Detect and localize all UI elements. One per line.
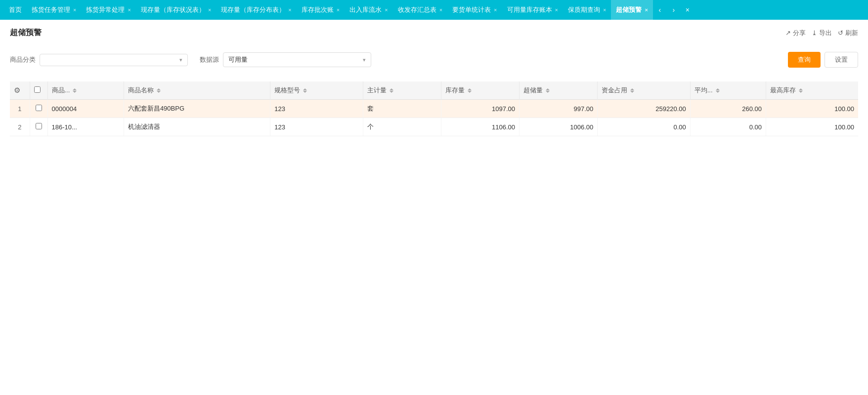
nav-close-btn[interactable]: × xyxy=(681,0,694,20)
close-tab-quality-check[interactable]: × xyxy=(603,7,606,13)
sort-capital-icon xyxy=(630,88,634,93)
tab-stock-status[interactable]: 现存量（库存状况表） × xyxy=(136,0,216,20)
row-capital: 259220.00 xyxy=(598,100,691,118)
gear-icon[interactable]: ⚙ xyxy=(14,86,20,94)
close-tab-inout-flow[interactable]: × xyxy=(385,7,388,13)
datasource-select[interactable]: 可用量 ▾ xyxy=(223,52,371,67)
row-unit: 套 xyxy=(363,100,441,118)
tab-collect-summary[interactable]: 收发存汇总表 × xyxy=(393,0,447,20)
row-max-stock: 100.00 xyxy=(766,100,858,118)
th-unit[interactable]: 主计量 xyxy=(363,81,441,100)
query-button[interactable]: 查询 xyxy=(788,52,821,68)
th-over-stock[interactable]: 超储量 xyxy=(520,81,598,100)
close-tab-stock-dist[interactable]: × xyxy=(288,7,291,13)
row-checkbox[interactable] xyxy=(36,123,42,129)
sort-max-stock-icon xyxy=(799,88,803,93)
datasource-chevron-down-icon: ▾ xyxy=(363,57,366,63)
th-goods-name-label: 商品名称 xyxy=(128,86,154,95)
category-select[interactable]: ▾ xyxy=(40,54,188,66)
page-header: 超储预警 ↗ 分享 ⤓ 导出 ↺ 刷新 xyxy=(10,28,858,38)
row-spec: 123 xyxy=(270,118,363,136)
select-all-checkbox[interactable] xyxy=(34,86,41,93)
row-stock: 1106.00 xyxy=(441,118,519,136)
sort-spec-icon xyxy=(303,88,307,93)
th-stock[interactable]: 库存量 xyxy=(441,81,519,100)
nav-next-btn[interactable]: › xyxy=(667,0,681,20)
row-checkbox[interactable] xyxy=(36,105,42,111)
datasource-select-value: 可用量 xyxy=(228,55,248,64)
tab-over-stock[interactable]: 超储预警 × xyxy=(611,0,652,20)
th-goods-code-label: 商品... xyxy=(52,86,70,95)
sort-avg-icon xyxy=(716,88,720,93)
close-tab-order-stats[interactable]: × xyxy=(494,7,497,13)
row-goods-name: 六配套新昌490BPG xyxy=(124,100,270,118)
datasource-filter-group: 数据源 可用量 ▾ xyxy=(200,52,371,67)
tab-pick-task[interactable]: 拣货任务管理 × xyxy=(27,0,81,20)
row-checkbox-cell xyxy=(30,118,47,136)
table-body: 1 0000004 六配套新昌490BPG 123 套 1097.00 997.… xyxy=(10,100,858,136)
th-goods-name[interactable]: 商品名称 xyxy=(124,81,270,100)
close-tab-avail-stock[interactable]: × xyxy=(555,7,558,13)
tab-order-stats[interactable]: 要货单统计表 × xyxy=(447,0,502,20)
th-spec-label: 规格型号 xyxy=(274,86,300,95)
close-tab-pick-exception[interactable]: × xyxy=(128,7,130,13)
th-goods-code[interactable]: 商品... xyxy=(47,81,124,100)
th-over-stock-label: 超储量 xyxy=(523,86,543,95)
sort-goods-code-icon xyxy=(73,88,77,93)
row-over-stock: 1006.00 xyxy=(520,118,598,136)
th-stock-label: 库存量 xyxy=(445,86,465,95)
refresh-icon: ↺ xyxy=(838,29,843,37)
topbar: 首页 拣货任务管理 × 拣货异常处理 × 现存量（库存状况表） × 现存量（库存… xyxy=(0,0,868,20)
category-chevron-down-icon: ▾ xyxy=(179,57,182,63)
tab-stock-dist[interactable]: 现存量（库存分布表） × xyxy=(216,0,296,20)
th-select-all xyxy=(30,81,47,100)
close-tab-stock-status[interactable]: × xyxy=(208,7,211,13)
settings-button[interactable]: 设置 xyxy=(825,52,858,68)
th-avg-label: 平均... xyxy=(694,86,713,95)
row-goods-code: 0000004 xyxy=(47,100,124,118)
data-table: ⚙ 商品... 商品名称 xyxy=(10,81,858,136)
filter-buttons: 查询 设置 xyxy=(788,52,858,68)
tab-avail-stock[interactable]: 可用量库存账本 × xyxy=(502,0,563,20)
sort-stock-icon xyxy=(468,88,472,93)
th-max-stock-label: 最高库存 xyxy=(770,86,796,95)
th-gear: ⚙ xyxy=(10,81,30,100)
sort-over-stock-icon xyxy=(546,88,550,93)
page-actions: ↗ 分享 ⤓ 导出 ↺ 刷新 xyxy=(785,29,858,38)
row-over-stock: 997.00 xyxy=(520,100,598,118)
table-row: 1 0000004 六配套新昌490BPG 123 套 1097.00 997.… xyxy=(10,100,858,118)
sort-goods-name-icon xyxy=(157,88,161,93)
th-capital[interactable]: 资金占用 xyxy=(598,81,691,100)
datasource-label: 数据源 xyxy=(200,55,219,64)
row-goods-name: 机油滤清器 xyxy=(124,118,270,136)
export-action[interactable]: ⤓ 导出 xyxy=(812,29,832,38)
th-avg[interactable]: 平均... xyxy=(690,81,766,100)
share-action[interactable]: ↗ 分享 xyxy=(785,29,806,38)
close-tab-pick-task[interactable]: × xyxy=(73,7,76,13)
tab-inout-flow[interactable]: 出入库流水 × xyxy=(345,0,392,20)
row-avg: 260.00 xyxy=(690,100,766,118)
filter-area: 商品分类 ▾ 数据源 可用量 ▾ 查询 设置 xyxy=(10,46,858,74)
category-label: 商品分类 xyxy=(10,55,36,64)
close-tab-stock-batch[interactable]: × xyxy=(337,7,340,13)
row-checkbox-cell xyxy=(30,100,47,118)
close-tab-over-stock[interactable]: × xyxy=(645,7,648,13)
row-capital: 0.00 xyxy=(598,118,691,136)
tab-home[interactable]: 首页 xyxy=(4,0,27,20)
th-spec[interactable]: 规格型号 xyxy=(270,81,363,100)
table-row: 2 186-10... 机油滤清器 123 个 1106.00 1006.00 … xyxy=(10,118,858,136)
category-filter-group: 商品分类 ▾ xyxy=(10,54,188,66)
page-title: 超储预警 xyxy=(10,28,42,38)
refresh-action[interactable]: ↺ 刷新 xyxy=(838,29,858,38)
th-max-stock[interactable]: 最高库存 xyxy=(766,81,858,100)
close-tab-collect-summary[interactable]: × xyxy=(439,7,442,13)
tab-quality-check[interactable]: 保质期查询 × xyxy=(563,0,611,20)
nav-prev-btn[interactable]: ‹ xyxy=(653,0,667,20)
sort-unit-icon xyxy=(390,88,393,93)
tab-stock-batch[interactable]: 库存批次账 × xyxy=(297,0,345,20)
export-icon: ⤓ xyxy=(812,29,817,37)
row-index: 2 xyxy=(10,118,30,136)
row-index: 1 xyxy=(10,100,30,118)
tab-pick-exception[interactable]: 拣货异常处理 × xyxy=(81,0,135,20)
share-icon: ↗ xyxy=(785,29,791,37)
